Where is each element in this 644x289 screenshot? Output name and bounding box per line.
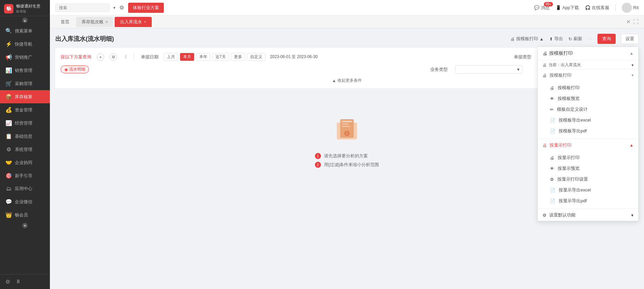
sidebar-menu: ▲ 🔍搜索菜单⚡快捷导航📢营销推广📊销售管理🛒采购管理📦库存核算💰资金管理📈经营… (0, 16, 50, 274)
display-export-pdf-item[interactable]: 📄 按显示导出pdf (538, 195, 638, 206)
template-section-items: 🖨 按模板打印 👁 按模板预览 ✏ 模板自定义设计 📄 按模板导出excel (538, 81, 638, 138)
tab-batch[interactable]: 库存批次账 × (76, 17, 113, 27)
display-section-header[interactable]: 🖨 按显示打印 ▲ (538, 139, 638, 151)
template-export-excel-item[interactable]: 📄 按模板导出excel (538, 115, 638, 126)
display-pdf-icon: 📄 (550, 199, 555, 204)
display-excel-icon: 📄 (550, 188, 555, 193)
header-actions: 🖨 按模板打印 ▲ ⬆ 导出 ↻ 刷新 ··· 查询 设置 (510, 34, 639, 44)
template-export-pdf-item[interactable]: 📄 按模板导出pdf (538, 126, 638, 136)
logo-icon: 畅 (4, 4, 13, 14)
sidebar-item-apps[interactable]: 🗂应用中心 (0, 182, 50, 195)
sidebar-item-quicknav[interactable]: ⚡快捷导航 (0, 37, 50, 51)
sidebar-item-member[interactable]: 👑畅会员 (0, 208, 50, 221)
sidebar-label-sales: 销售管理 (15, 68, 32, 74)
sidebar-item-purchase[interactable]: 🛒采购管理 (0, 77, 50, 90)
business-type-select[interactable]: ▾ (455, 65, 523, 74)
settings-btn[interactable]: 设置 (621, 34, 639, 44)
content-area: 出入库流水(流水明细) 🖨 按模板打印 ▲ ⬆ 导出 ↻ 刷新 ··· 查询 设… (50, 28, 644, 289)
template-section-header[interactable]: 🖨 按模板打印 ▾ (538, 70, 638, 81)
scroll-down-btn[interactable]: ▼ (22, 223, 28, 228)
query-btn[interactable]: 查询 (597, 34, 616, 44)
print-header-icon: 🖨 (543, 51, 547, 56)
sidebar-item-marketing[interactable]: 📢营销推广 (0, 51, 50, 64)
search-input[interactable] (55, 4, 109, 12)
sidebar-item-system[interactable]: ⚙系统管理 (0, 143, 50, 156)
template-print-item[interactable]: 🖨 按模板打印 (538, 82, 638, 93)
item-excel-icon: 📄 (550, 118, 555, 123)
tab-flow[interactable]: 出入库流水 × (115, 17, 152, 27)
app-download-btn[interactable]: 📱 App下载 (556, 5, 579, 11)
gear-icon[interactable]: ⚙ (119, 4, 124, 11)
settings-icon[interactable]: ⚙ (5, 279, 10, 285)
tab-home[interactable]: 首页 (55, 17, 75, 27)
search-dropdown-icon[interactable]: ▾ (113, 5, 115, 10)
refresh-btn[interactable]: ↻ 刷新 (568, 36, 582, 42)
print-template-btn[interactable]: 🖨 按模板打印 ▲ (510, 36, 544, 42)
sidebar-item-search[interactable]: 🔍搜索菜单 (0, 24, 50, 37)
template-section-title: 🖨 按模板打印 (543, 72, 572, 78)
filter-collapse-btn[interactable]: 《 (122, 54, 127, 60)
sidebar-icon-collab: 🤝 (5, 159, 12, 166)
service-icon: 🎧 (585, 5, 590, 10)
collapse-btn[interactable]: ▲ 收起更多条件 (332, 78, 362, 83)
industry-btn[interactable]: 体验行业方案 (128, 3, 164, 13)
sidebar-label-apps: 应用中心 (15, 186, 32, 192)
settings-default-item[interactable]: ⚙ 设置默认功能 ▾ (538, 209, 638, 221)
tab-flow-close[interactable]: × (144, 20, 146, 24)
display-section-items: 🖨 按显示打印 👁 按显示预览 ⚙ 按显示打印设置 📄 按显示导出excel (538, 151, 638, 208)
sidebar-icon-basic: 📋 (5, 133, 12, 139)
user-avatar[interactable]: Rit (622, 3, 639, 13)
sidebar-label-guide: 新手引导 (15, 173, 32, 179)
collapse-icon[interactable]: ⏸ (16, 279, 21, 285)
print-dropdown-header: 🖨 按模板打印 ▲ (538, 47, 638, 60)
filter-label[interactable]: 按以下方案查询 (61, 54, 91, 60)
date-btn-more[interactable]: 更多 (231, 53, 245, 61)
sidebar-icon-operations: 📈 (5, 120, 12, 126)
date-btn-last-month[interactable]: 上月 (164, 53, 178, 61)
sidebar-bottom: ⚙ ⏸ (0, 274, 50, 289)
sidebar-item-inventory[interactable]: 📦库存核算 (0, 90, 50, 103)
sidebar-label-finance: 资金管理 (15, 107, 32, 113)
more-options-icon[interactable]: ··· (588, 36, 592, 42)
print-arrow-icon: ▲ (539, 36, 544, 42)
sidebar-item-wechat[interactable]: 💬企业微信 (0, 195, 50, 208)
display-export-excel-item[interactable]: 📄 按显示导出excel (538, 185, 638, 195)
display-preview-icon: 👁 (550, 166, 554, 171)
sidebar-item-operations[interactable]: 📈经营管理 (0, 116, 50, 130)
display-preview-item[interactable]: 👁 按显示预览 (538, 163, 638, 174)
dropdown-collapse-icon[interactable]: ▲ (630, 51, 634, 56)
sidebar-item-finance[interactable]: 💰资金管理 (0, 103, 50, 116)
template-print-section: 🖨 按模板打印 ▾ 🖨 按模板打印 👁 按模板预览 ✏ (538, 70, 638, 138)
filter-settings-btn[interactable]: ⚙ (110, 53, 117, 61)
flow-detail-tag[interactable]: ◉ 流水明细 (61, 65, 89, 73)
export-btn[interactable]: ⬆ 导出 (549, 36, 563, 42)
message-icon: 💬 (534, 5, 539, 10)
add-filter-btn[interactable]: + (97, 53, 104, 61)
sidebar-item-sales[interactable]: 📊销售管理 (0, 64, 50, 77)
empty-illustration: ! (330, 112, 364, 146)
tab-batch-close[interactable]: × (106, 20, 108, 24)
current-template-arrow[interactable]: ▾ (632, 63, 634, 68)
template-custom-item[interactable]: ✏ 模板自定义设计 (538, 104, 638, 115)
sidebar-label-wechat: 企业微信 (15, 199, 32, 205)
sidebar-item-basic[interactable]: 📋基础信息 (0, 130, 50, 143)
date-btn-this-month[interactable]: 本月 (180, 53, 194, 61)
sidebar-item-guide[interactable]: 🎯新手引导 (0, 169, 50, 182)
date-btn-this-year[interactable]: 本年 (196, 53, 210, 61)
template-preview-item[interactable]: 👁 按模板预览 (538, 93, 638, 104)
sidebar-label-marketing: 营销推广 (15, 54, 32, 60)
display-print-settings-item[interactable]: ⚙ 按显示打印设置 (538, 174, 638, 185)
online-service-btn[interactable]: 🎧 在线客服 (585, 5, 609, 11)
date-btn-custom[interactable]: 自定义 (247, 53, 265, 61)
refresh-icon: ↻ (568, 36, 572, 42)
sidebar-item-collab[interactable]: 🤝企业协同 (0, 156, 50, 169)
expand-window-btn[interactable]: ⛶ (633, 19, 639, 25)
item-pdf-icon: 📄 (550, 129, 555, 134)
close-window-btn[interactable]: ✕ (626, 19, 631, 25)
display-print-item[interactable]: 🖨 按显示打印 (538, 152, 638, 163)
scroll-up-btn[interactable]: ▲ (22, 18, 28, 23)
message-btn[interactable]: 💬 消息 99+ (534, 5, 550, 11)
display-print-icon: 🖨 (550, 155, 554, 160)
content-header: 出入库流水(流水明细) 🖨 按模板打印 ▲ ⬆ 导出 ↻ 刷新 ··· 查询 设… (55, 34, 639, 44)
date-btn-7days[interactable]: 近7天 (212, 53, 229, 61)
